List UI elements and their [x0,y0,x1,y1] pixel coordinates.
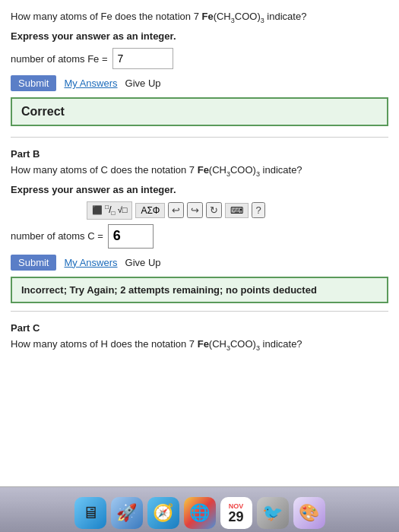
part-b-input-row: number of atoms C = [11,224,388,249]
toolbar-undo-button[interactable]: ↩ [168,202,184,218]
launchpad-icon[interactable]: 🚀 [111,497,143,529]
frac-icon: ⬛ [92,205,103,214]
part-b-submit-button[interactable]: Submit [11,255,56,271]
part-a-my-answers-button[interactable]: My Answers [64,78,117,89]
toolbar-redo-button[interactable]: ↪ [187,202,203,218]
toolbar-help-button[interactable]: ? [252,202,264,218]
dock-calendar[interactable]: NOV 29 [220,497,252,529]
part-a-result-box: Correct [11,97,388,126]
part-b-result-text: Incorrect; Try Again; 2 attempts remaini… [21,284,317,296]
toolbar-sigma-button[interactable]: ΑΣΦ [135,203,165,218]
divider-bc [11,311,388,312]
finder-icon[interactable]: 🖥 [74,497,106,529]
part-a-question: How many atoms of Fe does the notation 7… [11,9,388,26]
toolbar-keyboard-button[interactable]: ⌨ [225,203,249,218]
macos-dock: 🖥 🚀 🧭 🌐 NOV 29 🐦 🎨 [0,486,399,532]
part-a-result-text: Correct [21,105,65,118]
dock-launchpad[interactable]: 🚀 [111,497,143,529]
part-b-express: Express your answer as an integer. [11,184,388,195]
part-a-express: Express your answer as an integer. [11,30,388,42]
part-c-question: How many atoms of H does the notation 7 … [11,337,388,353]
part-b-header: Part B [11,148,388,160]
part-a-answer-input[interactable] [112,48,173,69]
part-a-give-up-button[interactable]: Give Up [125,78,161,89]
math-toolbar: ⬛ □/□ √□ ΑΣΦ ↩ ↪ ↻ ⌨ ? [87,201,388,219]
part-a-submit-button[interactable]: Submit [11,75,56,91]
part-b-section: Part B How many atoms of C does the nota… [11,148,388,302]
chrome-icon[interactable]: 🌐 [184,497,216,529]
part-b-button-row: Submit My Answers Give Up [11,255,388,271]
part-a-button-row: Submit My Answers Give Up [11,75,388,91]
part-c-header: Part C [11,322,388,334]
part-b-give-up-button[interactable]: Give Up [125,257,161,268]
dock-safari[interactable]: 🧭 [147,497,179,529]
part-c-section: Part C How many atoms of H does the nota… [11,322,388,353]
part-b-input-label: number of atoms C = [11,230,103,242]
calendar-icon[interactable]: NOV 29 [220,497,252,529]
part-b-my-answers-button[interactable]: My Answers [64,257,117,268]
part-b-answer-input[interactable] [108,224,154,249]
part-a-section: How many atoms of Fe does the notation 7… [11,9,388,126]
photos-icon[interactable]: 🎨 [293,497,325,529]
main-content: How many atoms of Fe does the notation 7… [0,0,399,486]
dock-photos[interactable]: 🎨 [293,497,325,529]
dock-finder[interactable]: 🖥 [74,497,106,529]
part-a-input-row: number of atoms Fe = [11,48,388,69]
toolbar-refresh-button[interactable]: ↻ [206,202,222,218]
part-b-question: How many atoms of C does the notation 7 … [11,163,388,179]
toolbar-frac-sqrt-button[interactable]: ⬛ □/□ √□ [87,201,132,219]
twitter-icon[interactable]: 🐦 [257,497,289,529]
dock-twitter[interactable]: 🐦 [257,497,289,529]
dock-chrome[interactable]: 🌐 [184,497,216,529]
sqrt-icon: √□ [118,205,128,214]
part-a-input-label: number of atoms Fe = [11,53,108,65]
safari-icon[interactable]: 🧭 [147,497,179,529]
part-b-result-box: Incorrect; Try Again; 2 attempts remaini… [11,277,388,303]
divider-ab [11,137,388,138]
calendar-day: 29 [228,510,243,524]
